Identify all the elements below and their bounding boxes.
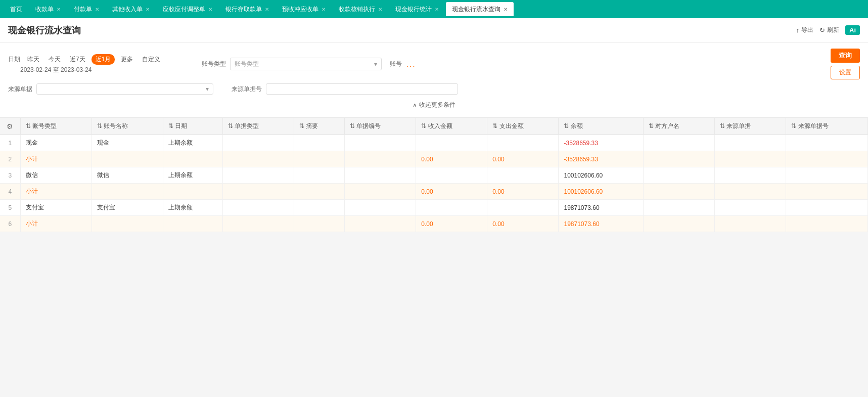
nav-tab-verify-close[interactable]: ✕	[378, 7, 382, 12]
nav-tab-stats-close[interactable]: ✕	[435, 7, 439, 12]
nav-tab-other-income-label: 其他收入单	[112, 5, 143, 14]
account-dots[interactable]: ...	[406, 60, 416, 69]
cell-source-doc	[715, 216, 786, 232]
cell-source-doc	[715, 135, 786, 151]
col-date-label: ⇅ 日期	[168, 122, 187, 129]
cell-doc-no	[345, 200, 416, 216]
col-balance[interactable]: ⇅ 余额	[559, 118, 644, 135]
source-doc-label: 来源单据	[8, 85, 32, 94]
gear-icon[interactable]: ⚙	[7, 122, 13, 130]
col-date[interactable]: ⇅ 日期	[163, 118, 222, 135]
nav-tab-home[interactable]: 首页	[4, 2, 28, 16]
filter-row-1: 日期 昨天 今天 近7天 近1月 更多 自定义 2023-02-24 至 202…	[8, 49, 860, 79]
page-header: 现金银行流水查询 ↑ 导出 ↻ 刷新 Ai	[0, 18, 868, 42]
col-account-name[interactable]: ⇅ 账号名称	[92, 118, 163, 135]
cell-source-doc	[715, 184, 786, 200]
col-expense-label: ⇅ 支出金额	[492, 122, 523, 129]
refresh-label: 刷新	[827, 26, 839, 34]
col-balance-label: ⇅ 余额	[564, 122, 582, 129]
table-container: ⚙ ⇅ 账号类型 ⇅ 账号名称 ⇅ 日期 ⇅ 单据类型 ⇅ 摘要	[0, 118, 868, 232]
cell-counterparty	[644, 151, 715, 167]
cell-income	[416, 167, 487, 184]
nav-tab-bank-deposit[interactable]: 银行存取款单 ✕	[219, 2, 275, 16]
nav-tab-adjustment[interactable]: 应收应付调整单 ✕	[157, 2, 218, 16]
nav-tab-verify[interactable]: 收款核销执行 ✕	[333, 2, 388, 16]
nav-tab-cashflow[interactable]: 现金银行流水查询 ✕	[446, 2, 514, 16]
cell-date	[163, 216, 222, 232]
col-source-doc-no-label: ⇅ 来源单据号	[791, 122, 828, 129]
col-doc-no[interactable]: ⇅ 单据编号	[345, 118, 416, 135]
source-doc-no-input[interactable]	[266, 83, 458, 95]
cell-expense: 0.00	[487, 216, 559, 232]
cell-expense: 0.00	[487, 151, 559, 167]
cell-income: 0.00	[416, 184, 487, 200]
col-source-doc-no[interactable]: ⇅ 来源单据号	[786, 118, 868, 135]
date-opt-custom[interactable]: 自定义	[139, 54, 163, 65]
nav-tab-bank-deposit-close[interactable]: ✕	[265, 7, 269, 12]
col-summary[interactable]: ⇅ 摘要	[294, 118, 345, 135]
nav-tab-other-income[interactable]: 其他收入单 ✕	[106, 2, 156, 16]
date-opt-1month[interactable]: 近1月	[92, 54, 115, 65]
cell-source-doc	[715, 167, 786, 184]
nav-tab-adjustment-label: 应收应付调整单	[163, 5, 205, 14]
nav-tab-stats[interactable]: 现金银行统计 ✕	[389, 2, 445, 16]
cell-source-doc-no	[786, 184, 868, 200]
source-doc-select[interactable]: ▾	[36, 83, 213, 95]
cell-income	[416, 135, 487, 151]
data-table: ⚙ ⇅ 账号类型 ⇅ 账号名称 ⇅ 日期 ⇅ 单据类型 ⇅ 摘要	[0, 118, 868, 232]
account-label: 账号	[390, 60, 402, 68]
date-options: 昨天 今天 近7天 近1月 更多 自定义	[24, 54, 163, 65]
cell-doc-no	[345, 167, 416, 184]
nav-tab-other-income-close[interactable]: ✕	[146, 7, 150, 12]
date-opt-7days[interactable]: 近7天	[67, 54, 88, 65]
cell-doc-type	[223, 135, 294, 151]
account-type-select[interactable]: 账号类型 ▾	[230, 58, 382, 70]
cell-index: 5	[0, 200, 20, 216]
date-opt-more[interactable]: 更多	[118, 54, 136, 65]
col-source-doc[interactable]: ⇅ 来源单据	[715, 118, 786, 135]
cell-doc-type	[223, 200, 294, 216]
nav-tab-receipt-close[interactable]: ✕	[57, 7, 61, 12]
date-opt-yesterday[interactable]: 昨天	[24, 54, 42, 65]
cell-date	[163, 151, 222, 167]
query-button[interactable]: 查询	[831, 49, 860, 63]
refresh-icon: ↻	[819, 26, 825, 34]
nav-tab-prepay-close[interactable]: ✕	[322, 7, 326, 12]
nav-tab-verify-label: 收款核销执行	[339, 5, 375, 14]
cell-date	[163, 184, 222, 200]
nav-tab-cashflow-close[interactable]: ✕	[504, 7, 508, 12]
nav-tab-prepay[interactable]: 预收冲应收单 ✕	[276, 2, 332, 16]
table-row: 4 小计 0.00 0.00 100102606.60	[0, 184, 868, 200]
date-opt-today[interactable]: 今天	[45, 54, 64, 65]
nav-tab-home-label: 首页	[10, 5, 22, 14]
export-button[interactable]: ↑ 导出	[796, 26, 814, 34]
nav-tab-payment-close[interactable]: ✕	[95, 7, 99, 12]
cell-counterparty	[644, 167, 715, 184]
table-row: 3 微信 微信 上期余额 100102606.60	[0, 167, 868, 184]
nav-tab-bank-deposit-label: 银行存取款单	[225, 5, 262, 14]
col-doc-type[interactable]: ⇅ 单据类型	[223, 118, 294, 135]
date-range-display: 2023-02-24 至 2023-03-24	[20, 66, 92, 74]
cell-balance: 100102606.60	[559, 167, 644, 184]
col-counterparty[interactable]: ⇅ 对方户名	[644, 118, 715, 135]
nav-tab-receipt[interactable]: 收款单 ✕	[29, 2, 67, 16]
cell-source-doc-no	[786, 200, 868, 216]
col-counterparty-label: ⇅ 对方户名	[649, 122, 679, 129]
cell-doc-no	[345, 135, 416, 151]
cell-income: 0.00	[416, 151, 487, 167]
collapse-bar[interactable]: ∧ 收起更多条件	[8, 99, 860, 111]
settings-button[interactable]: 设置	[831, 66, 860, 79]
ai-badge[interactable]: Ai	[845, 25, 860, 35]
col-account-type[interactable]: ⇅ 账号类型	[20, 118, 92, 135]
source-doc-no-label: 来源单据号	[232, 85, 262, 94]
col-summary-label: ⇅ 摘要	[299, 122, 318, 129]
refresh-button[interactable]: ↻ 刷新	[819, 26, 839, 34]
cell-source-doc-no	[786, 216, 868, 232]
nav-tab-payment[interactable]: 付款单 ✕	[68, 2, 105, 16]
cell-expense	[487, 135, 559, 151]
nav-tab-receipt-label: 收款单	[35, 5, 54, 14]
nav-tab-adjustment-close[interactable]: ✕	[208, 7, 212, 12]
col-income[interactable]: ⇅ 收入金额	[416, 118, 487, 135]
cell-account-name	[92, 184, 163, 200]
col-expense[interactable]: ⇅ 支出金额	[487, 118, 559, 135]
